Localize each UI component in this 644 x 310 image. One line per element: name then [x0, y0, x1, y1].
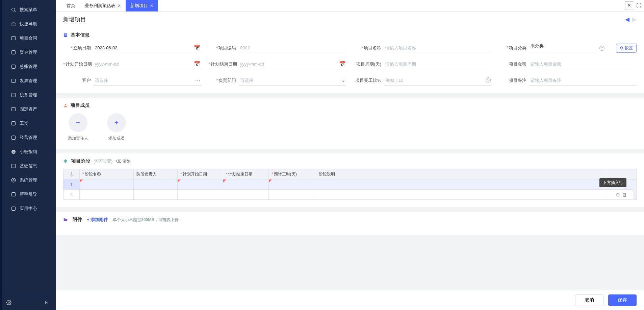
cancel-button[interactable]: 取消: [575, 294, 603, 306]
phase-row[interactable]: 1⊕🗑: [63, 180, 637, 190]
phase-cell[interactable]: [178, 190, 223, 200]
label-remark: 项目备注: [499, 77, 529, 84]
delete-row-icon[interactable]: 🗑: [622, 192, 627, 197]
select-project-category[interactable]: 未分类: [529, 43, 597, 53]
sidebar-item-label: 应用中心: [20, 206, 37, 212]
table-gear-header[interactable]: [63, 169, 80, 180]
sidebar-item-0[interactable]: 搜索菜单: [0, 3, 56, 17]
add-member-button[interactable]: +: [107, 113, 126, 132]
save-button[interactable]: 保存: [608, 294, 637, 306]
sidebar-item-9[interactable]: 经营管理: [0, 130, 56, 145]
sidebar-item-label: 小畅报销: [20, 149, 37, 155]
label-progress: 项目完工比%: [354, 77, 384, 84]
folder-icon: [63, 217, 68, 222]
svg-point-22: [65, 104, 67, 105]
svg-rect-18: [45, 301, 46, 304]
clear-phases-button[interactable]: ⌫清除: [116, 159, 131, 164]
svg-rect-9: [12, 136, 16, 140]
svg-point-14: [11, 178, 16, 182]
tab-2[interactable]: 新增项目✕: [126, 0, 158, 11]
sidebar-item-4[interactable]: 总账管理: [0, 59, 56, 74]
section-attachments-title: 附件: [73, 217, 82, 223]
sidebar-item-13[interactable]: 新手引导: [0, 187, 56, 201]
prev-page-icon[interactable]: ◀: [625, 16, 629, 23]
chevron-down-icon[interactable]: ⌄: [624, 45, 628, 51]
input-project-date[interactable]: [94, 43, 201, 53]
tab-label: 新增项目: [130, 3, 148, 9]
table-scrollbar[interactable]: [633, 180, 637, 200]
next-page-icon[interactable]: ▶: [632, 16, 637, 23]
tab-close-icon[interactable]: ✕: [118, 3, 121, 8]
phase-row[interactable]: 2⊕🗑: [63, 190, 637, 200]
phase-optional-note: (可不设置): [94, 159, 112, 164]
more-icon[interactable]: ⋯: [195, 77, 200, 83]
phase-col-1: 阶段负责人: [134, 169, 178, 180]
help-icon[interactable]: ?: [599, 46, 604, 51]
input-customer[interactable]: [94, 75, 201, 86]
sidebar-item-3[interactable]: 资金管理: [0, 45, 56, 59]
svg-point-17: [8, 302, 9, 303]
sidebar-item-11[interactable]: 基础信息: [0, 159, 56, 173]
input-project-name[interactable]: [384, 43, 491, 53]
tab-1[interactable]: 业务利润预估表✕: [80, 0, 126, 11]
label-project-code: 项目编码: [208, 45, 239, 51]
sidebar-item-label: 快捷导航: [20, 21, 37, 27]
input-remark[interactable]: [529, 75, 637, 86]
tab-label: 业务利润预估表: [85, 3, 115, 9]
add-owner-button[interactable]: +: [69, 113, 87, 132]
collapse-icon[interactable]: [44, 300, 50, 305]
sidebar-item-8[interactable]: 工资: [0, 116, 56, 130]
sidebar-item-6[interactable]: 税务管理: [0, 88, 56, 102]
system-icon: [11, 177, 16, 183]
tab-0[interactable]: 首页: [62, 0, 80, 11]
phase-cell[interactable]: [316, 180, 606, 190]
phase-cell[interactable]: [80, 190, 134, 200]
svg-rect-4: [12, 65, 16, 69]
input-plan-start[interactable]: [94, 59, 201, 69]
gear-icon[interactable]: [6, 300, 11, 305]
sidebar-item-5[interactable]: 发票管理: [0, 74, 56, 88]
input-project-code[interactable]: [239, 43, 346, 53]
calendar-icon[interactable]: 📅: [194, 61, 200, 67]
sidebar-item-label: 经营管理: [20, 135, 37, 141]
sidebar-item-7[interactable]: 固定资产: [0, 102, 56, 116]
sidebar-item-14[interactable]: 应用中心: [0, 201, 56, 216]
svg-rect-16: [12, 207, 16, 211]
help-icon[interactable]: ?: [486, 77, 491, 82]
input-progress[interactable]: [384, 75, 491, 86]
phase-cell[interactable]: [80, 180, 134, 190]
row-index: 2: [63, 190, 80, 200]
sidebar-item-10[interactable]: G小畅报销: [0, 145, 56, 159]
phase-cell[interactable]: [178, 180, 223, 190]
phase-cell[interactable]: [134, 190, 178, 200]
phase-cell[interactable]: [223, 180, 269, 190]
person-icon: [63, 103, 68, 108]
input-plan-end[interactable]: [239, 59, 346, 69]
phase-cell[interactable]: [316, 190, 606, 200]
phase-cell[interactable]: [223, 190, 269, 200]
input-cycle[interactable]: [384, 59, 491, 69]
add-attachment-button[interactable]: + 添加附件: [87, 217, 108, 223]
calendar-icon[interactable]: 📅: [339, 61, 345, 67]
chevron-down-icon[interactable]: ⌄: [341, 77, 345, 83]
insert-row-icon[interactable]: ⊕: [616, 192, 620, 197]
sidebar-item-1[interactable]: 快捷导航: [0, 17, 56, 31]
page-title: 新增项目: [63, 16, 86, 23]
svg-rect-5: [12, 79, 16, 83]
phase-col-4: 预计工时(天): [269, 169, 316, 180]
section-basic-title: 基本信息: [71, 32, 89, 38]
phase-cell[interactable]: [269, 190, 316, 200]
svg-text:G: G: [12, 150, 15, 153]
tab-close-icon[interactable]: ✕: [150, 3, 153, 8]
phase-cell[interactable]: [269, 180, 316, 190]
calendar-icon[interactable]: 📅: [194, 45, 200, 51]
input-dept[interactable]: [239, 75, 346, 86]
input-amount[interactable]: [529, 59, 637, 69]
row-ops: ⊕🗑: [606, 190, 637, 200]
sidebar-item-12[interactable]: 系统管理: [0, 173, 56, 187]
sidebar-item-2[interactable]: 项目合同: [0, 31, 56, 45]
phase-cell[interactable]: [134, 180, 178, 190]
sidebar-item-label: 工资: [20, 120, 28, 126]
sidebar-item-label: 基础信息: [20, 163, 37, 169]
phases-table: 阶段名称阶段负责人计划开始日期计划结束日期预计工时(天)阶段说明 1⊕🗑2⊕🗑: [63, 169, 637, 200]
